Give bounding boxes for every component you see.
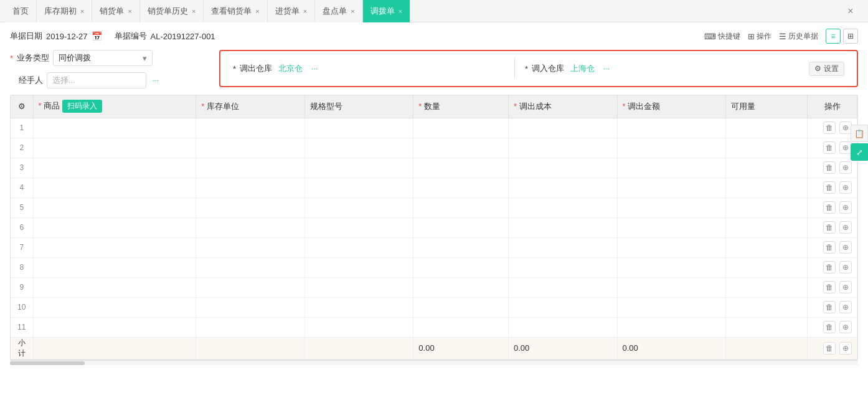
row-spec-9[interactable]: [304, 277, 413, 297]
history-button[interactable]: ☰ 历史单据: [779, 31, 818, 42]
right-expand-button[interactable]: ⤢: [851, 143, 868, 161]
tab-close-purchase-order[interactable]: ×: [303, 7, 307, 15]
copy-row-2-icon[interactable]: ⊕: [839, 141, 852, 154]
row-available-2[interactable]: [726, 138, 808, 158]
delete-row-5-icon[interactable]: 🗑: [823, 201, 836, 214]
tab-sales-history[interactable]: 销货单历史 ×: [140, 0, 204, 22]
row-cost-8[interactable]: [509, 257, 618, 277]
copy-row-6-icon[interactable]: ⊕: [839, 221, 852, 234]
copy-row-5-icon[interactable]: ⊕: [839, 201, 852, 214]
row-available-4[interactable]: [726, 178, 808, 198]
tab-purchase-order[interactable]: 进货单 ×: [268, 0, 315, 22]
tab-home[interactable]: 首页: [5, 0, 37, 22]
row-amount-5[interactable]: [617, 198, 726, 217]
tab-inventory-check[interactable]: 盘点单 ×: [315, 0, 362, 22]
row-qty-8[interactable]: [413, 257, 509, 277]
row-available-7[interactable]: [726, 237, 808, 257]
row-cost-7[interactable]: [509, 237, 618, 257]
tab-view-sales[interactable]: 查看销货单 ×: [204, 0, 267, 22]
row-qty-11[interactable]: [413, 317, 509, 337]
row-cost-1[interactable]: [509, 118, 618, 138]
row-product-6[interactable]: [33, 217, 196, 237]
row-amount-3[interactable]: [617, 158, 726, 178]
row-unit-4[interactable]: [196, 178, 305, 198]
subtotal-delete-icon[interactable]: 🗑: [823, 342, 836, 355]
row-product-9[interactable]: [33, 277, 196, 297]
delete-row-4-icon[interactable]: 🗑: [823, 181, 836, 194]
tab-close-inventory-check[interactable]: ×: [351, 7, 354, 15]
list-view-button[interactable]: ≡: [826, 29, 841, 44]
subtotal-copy-icon[interactable]: ⊕: [839, 342, 852, 355]
row-spec-7[interactable]: [304, 237, 413, 257]
row-spec-5[interactable]: [304, 198, 413, 217]
row-cost-4[interactable]: [509, 178, 618, 198]
row-amount-11[interactable]: [617, 317, 726, 337]
tab-inventory-init[interactable]: 库存期初 ×: [37, 0, 92, 22]
row-product-4[interactable]: [33, 178, 196, 198]
row-spec-2[interactable]: [304, 138, 413, 158]
tab-close-sales-history[interactable]: ×: [192, 7, 196, 15]
row-spec-10[interactable]: [304, 297, 413, 317]
row-spec-8[interactable]: [304, 257, 413, 277]
row-product-7[interactable]: [33, 237, 196, 257]
row-qty-10[interactable]: [413, 297, 509, 317]
row-unit-7[interactable]: [196, 237, 305, 257]
row-qty-4[interactable]: [413, 178, 509, 198]
row-cost-11[interactable]: [509, 317, 618, 337]
delete-row-9-icon[interactable]: 🗑: [823, 281, 836, 293]
settings-button[interactable]: ⚙ 设置: [809, 62, 844, 76]
delete-row-6-icon[interactable]: 🗑: [823, 221, 836, 234]
close-all-tabs-button[interactable]: ×: [843, 4, 858, 19]
row-cost-6[interactable]: [509, 217, 618, 237]
delete-row-8-icon[interactable]: 🗑: [823, 261, 836, 274]
row-amount-1[interactable]: [617, 118, 726, 138]
row-available-11[interactable]: [726, 317, 808, 337]
scrollbar-thumb[interactable]: [10, 361, 85, 365]
row-unit-2[interactable]: [196, 138, 305, 158]
row-unit-8[interactable]: [196, 257, 305, 277]
row-available-1[interactable]: [726, 118, 808, 138]
row-amount-7[interactable]: [617, 237, 726, 257]
copy-row-1-icon[interactable]: ⊕: [839, 121, 852, 134]
row-unit-3[interactable]: [196, 158, 305, 178]
row-product-2[interactable]: [33, 138, 196, 158]
row-unit-1[interactable]: [196, 118, 305, 138]
copy-row-8-icon[interactable]: ⊕: [839, 261, 852, 274]
tab-close-view-sales[interactable]: ×: [255, 7, 259, 15]
row-qty-2[interactable]: [413, 138, 509, 158]
row-product-8[interactable]: [33, 257, 196, 277]
copy-row-7-icon[interactable]: ⊕: [839, 241, 852, 254]
copy-row-3-icon[interactable]: ⊕: [839, 161, 852, 174]
tab-sales-order[interactable]: 销货单 ×: [92, 0, 139, 22]
grid-view-button[interactable]: ⊞: [843, 29, 858, 44]
handler-more-icon[interactable]: ···: [153, 76, 159, 85]
row-product-3[interactable]: [33, 158, 196, 178]
row-unit-10[interactable]: [196, 297, 305, 317]
delete-row-11-icon[interactable]: 🗑: [823, 321, 836, 333]
business-type-dropdown[interactable]: 同价调拨 ▾: [53, 50, 153, 66]
shortcuts-button[interactable]: ⌨ 快捷键: [704, 31, 740, 42]
row-unit-9[interactable]: [196, 277, 305, 297]
row-qty-5[interactable]: [413, 198, 509, 217]
row-amount-8[interactable]: [617, 257, 726, 277]
copy-row-10-icon[interactable]: ⊕: [839, 301, 852, 313]
row-cost-5[interactable]: [509, 198, 618, 217]
in-warehouse-more-icon[interactable]: ···: [603, 64, 610, 73]
row-available-6[interactable]: [726, 217, 808, 237]
operations-button[interactable]: ⊞ 操作: [748, 31, 771, 42]
delete-row-7-icon[interactable]: 🗑: [823, 241, 836, 254]
row-amount-6[interactable]: [617, 217, 726, 237]
row-product-11[interactable]: [33, 317, 196, 337]
calendar-icon[interactable]: 📅: [92, 31, 102, 41]
handler-dropdown[interactable]: 选择...: [47, 72, 146, 88]
delete-row-10-icon[interactable]: 🗑: [823, 301, 836, 313]
delete-row-3-icon[interactable]: 🗑: [823, 161, 836, 174]
row-product-10[interactable]: [33, 297, 196, 317]
row-cost-2[interactable]: [509, 138, 618, 158]
copy-row-4-icon[interactable]: ⊕: [839, 181, 852, 194]
row-spec-4[interactable]: [304, 178, 413, 198]
row-qty-7[interactable]: [413, 237, 509, 257]
row-spec-3[interactable]: [304, 158, 413, 178]
row-spec-11[interactable]: [304, 317, 413, 337]
copy-row-9-icon[interactable]: ⊕: [839, 281, 852, 293]
